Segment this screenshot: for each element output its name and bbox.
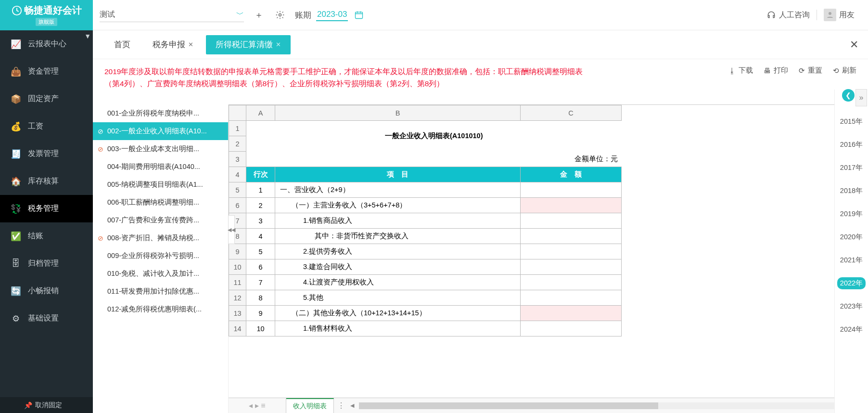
select-all-cell[interactable] bbox=[229, 105, 246, 121]
form-list-item[interactable]: ⊘003-一般企业成本支出明细... bbox=[93, 140, 228, 158]
amount-cell[interactable] bbox=[521, 321, 622, 336]
col-header-B[interactable]: B bbox=[275, 105, 521, 121]
amount-cell[interactable] bbox=[521, 198, 622, 213]
amount-cell[interactable] bbox=[521, 213, 622, 229]
row-header[interactable]: 10 bbox=[229, 259, 246, 275]
sheet-tab-active[interactable]: 收入明细表 bbox=[286, 398, 334, 413]
year-rail-expand-icon[interactable]: » bbox=[855, 89, 867, 106]
year-item[interactable]: 2023年 bbox=[837, 300, 866, 312]
sheet-tab-nav[interactable]: ◂ ▸ ≡ bbox=[229, 398, 286, 413]
row-header[interactable]: 13 bbox=[229, 306, 246, 321]
line-cell[interactable]: 8 bbox=[246, 290, 275, 306]
year-item[interactable]: 2017年 bbox=[837, 162, 866, 174]
print-button[interactable]: 🖶打印 bbox=[764, 66, 788, 75]
year-item[interactable]: 2022年 bbox=[837, 277, 866, 289]
sidebar-item[interactable]: 🧾发票管理 bbox=[0, 140, 93, 168]
settings-icon[interactable] bbox=[274, 9, 286, 21]
page-tab[interactable]: 税务申报✕ bbox=[143, 35, 203, 54]
year-item[interactable]: 2016年 bbox=[837, 139, 866, 151]
spreadsheet[interactable]: A B C 1一般企业收入明细表(A101010) 2 3金额单位：元 4 行次… bbox=[229, 105, 622, 336]
sidebar-item[interactable]: 🏠库存核算 bbox=[0, 168, 93, 195]
year-item[interactable]: 2021年 bbox=[837, 254, 866, 266]
item-cell[interactable]: 4.让渡资产使用权收入 bbox=[275, 275, 521, 290]
calendar-icon[interactable] bbox=[353, 9, 365, 21]
col-header-C[interactable]: C bbox=[521, 105, 622, 121]
line-cell[interactable]: 1 bbox=[246, 182, 275, 198]
close-all-tabs-icon[interactable]: ✕ bbox=[850, 39, 858, 51]
user-menu[interactable]: 用友 bbox=[824, 9, 855, 21]
col-header-A[interactable]: A bbox=[246, 105, 275, 121]
sidebar-scroll-up-icon[interactable]: ▼ bbox=[84, 32, 91, 40]
add-button[interactable]: ＋ bbox=[253, 9, 265, 21]
row-header[interactable]: 14 bbox=[229, 321, 246, 336]
line-cell[interactable]: 6 bbox=[246, 259, 275, 275]
row-header[interactable]: 11 bbox=[229, 275, 246, 290]
form-list-item[interactable]: 011-研发费用加计扣除优惠... bbox=[93, 283, 228, 300]
line-cell[interactable]: 4 bbox=[246, 229, 275, 244]
sidebar-item[interactable]: ✅结账 bbox=[0, 222, 93, 250]
page-tab[interactable]: 所得税汇算清缴✕ bbox=[206, 35, 291, 54]
line-cell[interactable]: 9 bbox=[246, 306, 275, 321]
amount-cell[interactable] bbox=[521, 259, 622, 275]
form-list-item[interactable]: 006-职工薪酬纳税调整明细... bbox=[93, 194, 228, 211]
year-item[interactable]: 2019年 bbox=[837, 208, 866, 220]
line-cell[interactable]: 5 bbox=[246, 244, 275, 259]
item-cell[interactable]: 3.建造合同收入 bbox=[275, 259, 521, 275]
tab-close-icon[interactable]: ✕ bbox=[188, 41, 193, 48]
amount-cell[interactable] bbox=[521, 306, 622, 321]
year-rail-badge-icon[interactable]: ❮ bbox=[842, 89, 855, 102]
item-cell[interactable]: 其中：非货币性资产交换收入 bbox=[275, 229, 521, 244]
unpin-button[interactable]: 📌 取消固定 bbox=[0, 397, 93, 413]
sidebar-item[interactable]: 💰工资 bbox=[0, 113, 93, 140]
page-tab[interactable]: 首页 bbox=[104, 35, 140, 54]
amount-cell[interactable] bbox=[521, 290, 622, 306]
line-cell[interactable]: 2 bbox=[246, 198, 275, 213]
sidebar-item[interactable]: 🗄归档管理 bbox=[0, 250, 93, 277]
form-list-item[interactable]: 004-期间费用明细表(A1040... bbox=[93, 158, 228, 176]
sheet-tab-menu-icon[interactable]: ⋮ bbox=[334, 398, 348, 413]
item-cell[interactable]: （二）其他业务收入（10+12+13+14+15） bbox=[275, 306, 521, 321]
sidebar-item[interactable]: 👜资金管理 bbox=[0, 58, 93, 85]
form-list-item[interactable]: ⊘008-资产折旧、摊销及纳税... bbox=[93, 229, 228, 247]
item-cell[interactable]: 1.销售商品收入 bbox=[275, 213, 521, 229]
refresh-button[interactable]: ⟲刷新 bbox=[833, 66, 856, 75]
amount-cell[interactable] bbox=[521, 244, 622, 259]
download-button[interactable]: ⭳下载 bbox=[728, 66, 753, 75]
form-list-item[interactable]: 007-广告费和业务宣传费跨... bbox=[93, 211, 228, 229]
row-header[interactable]: 4 bbox=[229, 167, 246, 182]
item-cell[interactable]: 2.提供劳务收入 bbox=[275, 244, 521, 259]
tab-close-icon[interactable]: ✕ bbox=[276, 41, 281, 48]
amount-cell[interactable] bbox=[521, 275, 622, 290]
sidebar-item[interactable]: 🔄小畅报销 bbox=[0, 277, 93, 305]
amount-cell[interactable] bbox=[521, 182, 622, 198]
sidebar-item[interactable]: 📈云报表中心 bbox=[0, 30, 93, 58]
sidebar-item[interactable]: 💱税务管理 bbox=[0, 195, 93, 222]
item-cell[interactable]: 一、营业收入（2+9） bbox=[275, 182, 521, 198]
period-value[interactable]: 2023-03 bbox=[316, 9, 348, 21]
row-header[interactable]: 9 bbox=[229, 244, 246, 259]
row-header[interactable]: 2 bbox=[229, 136, 246, 152]
line-cell[interactable]: 7 bbox=[246, 275, 275, 290]
form-list-item[interactable]: 009-企业所得税弥补亏损明... bbox=[93, 247, 228, 265]
form-list-item[interactable]: 012-减免所得税优惠明细表(... bbox=[93, 300, 228, 318]
reset-button[interactable]: ⟳重置 bbox=[799, 66, 822, 75]
row-header[interactable]: 12 bbox=[229, 290, 246, 306]
support-link[interactable]: 人工咨询 bbox=[766, 10, 810, 20]
item-cell[interactable]: 1.销售材料收入 bbox=[275, 321, 521, 336]
form-list-item[interactable]: 010-免税、减计收入及加计... bbox=[93, 265, 228, 283]
form-list-item[interactable]: 005-纳税调整项目明细表(A1... bbox=[93, 176, 228, 194]
item-cell[interactable]: 5.其他 bbox=[275, 290, 521, 306]
year-item[interactable]: 2020年 bbox=[837, 231, 866, 243]
row-header[interactable]: 1 bbox=[229, 121, 246, 136]
line-cell[interactable]: 3 bbox=[246, 213, 275, 229]
row-header[interactable]: 3 bbox=[229, 152, 246, 167]
amount-cell[interactable] bbox=[521, 229, 622, 244]
form-list-item[interactable]: 001-企业所得税年度纳税申... bbox=[93, 104, 228, 122]
line-cell[interactable]: 10 bbox=[246, 321, 275, 336]
row-header[interactable]: 5 bbox=[229, 182, 246, 198]
year-item[interactable]: 2018年 bbox=[837, 185, 866, 197]
item-cell[interactable]: （一）主营业务收入（3+5+6+7+8） bbox=[275, 198, 521, 213]
sidebar-item[interactable]: 📦固定资产 bbox=[0, 85, 93, 113]
horizontal-scrollbar[interactable]: ◀▶ bbox=[348, 398, 868, 413]
row-header[interactable]: 6 bbox=[229, 198, 246, 213]
